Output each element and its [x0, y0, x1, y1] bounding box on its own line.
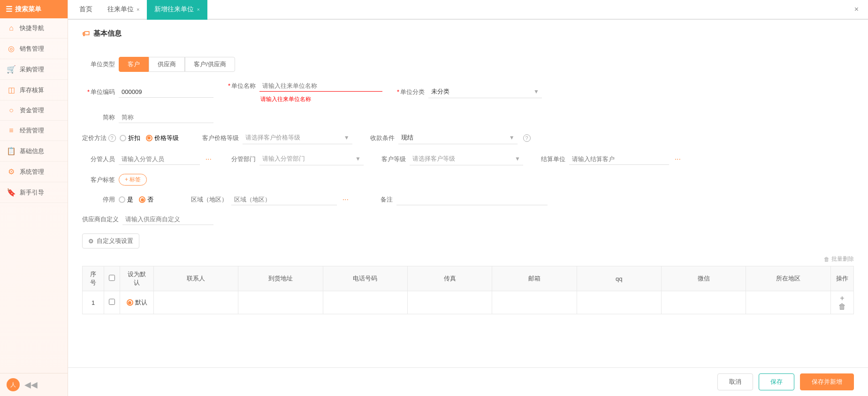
region-field: 区域（地区） ··· [191, 194, 350, 205]
avatar[interactable]: 人 [7, 378, 20, 391]
cell-email[interactable] [492, 291, 577, 314]
contact-input[interactable] [159, 299, 233, 306]
payment-terms-select[interactable]: 现结 ▼ [398, 132, 518, 144]
cell-action: + 🗑 [830, 291, 853, 314]
sidebar-item-quick-nav[interactable]: ⌂ 快捷导航 [0, 18, 68, 39]
customer-price-level-placeholder: 请选择客户价格等级 [245, 133, 342, 142]
supplier-custom-input[interactable] [122, 214, 213, 225]
col-action: 操作 [830, 266, 853, 291]
sidebar-search-label: 搜索菜单 [15, 5, 41, 14]
tab-bar-close-all[interactable]: × [849, 5, 864, 14]
remark-input[interactable] [396, 194, 548, 205]
pricing-radio-group: 折扣 价格等级 [120, 134, 179, 142]
unit-category-select[interactable]: 未分类 ▼ [428, 85, 542, 98]
cell-wechat[interactable] [662, 291, 746, 314]
fax-input[interactable] [412, 299, 487, 306]
sidebar-item-finance[interactable]: ○ 资金管理 [0, 101, 68, 121]
cell-fax[interactable] [408, 291, 492, 314]
sidebar-item-purchase[interactable]: 🛒 采购管理 [0, 59, 68, 80]
sidebar-item-inventory[interactable]: ◫ 库存核算 [0, 80, 68, 101]
cell-qq[interactable] [577, 291, 661, 314]
cancel-button[interactable]: 取消 [717, 373, 753, 390]
pricing-radio-level[interactable]: 价格等级 [146, 134, 179, 142]
cell-address[interactable] [238, 291, 323, 314]
row-add-button[interactable]: + [840, 294, 844, 303]
payment-terms-help-icon[interactable]: ? [523, 134, 531, 142]
tab-party-list-close[interactable]: × [137, 7, 139, 12]
unit-name-input[interactable] [259, 80, 382, 92]
settlement-unit-more-btn[interactable]: ··· [673, 155, 683, 163]
sidebar-search[interactable]: ☰ 搜索菜单 [0, 0, 68, 18]
wechat-input[interactable] [666, 299, 741, 306]
type-btn-supplier[interactable]: 供应商 [149, 57, 185, 72]
customer-price-level-select[interactable]: 请选择客户价格等级 ▼ [243, 132, 352, 144]
manager-label: 分管人员 [82, 155, 115, 163]
department-placeholder: 请输入分管部门 [262, 155, 353, 163]
unit-code-field: *单位编码 [82, 86, 213, 98]
cell-region[interactable] [746, 291, 830, 314]
email-input[interactable] [497, 299, 571, 306]
tab-party-list[interactable]: 往来单位 × [100, 0, 147, 20]
form-content: 🏷 基本信息 单位类型 客户 供应商 客户/供应商 *单位编码 [68, 20, 868, 367]
pricing-help-icon[interactable]: ? [108, 134, 116, 142]
sidebar-item-sales[interactable]: ◎ 销售管理 [0, 39, 68, 59]
custom-settings-button[interactable]: ⚙ 自定义项设置 [82, 233, 139, 248]
disabled-region-row: 停用 是 否 区域（地区） ··· [82, 194, 854, 205]
sidebar-label-system: 系统管理 [20, 168, 44, 176]
radio-circle-level [146, 135, 152, 141]
sidebar-item-operations[interactable]: ≡ 经营管理 [0, 121, 68, 141]
tab-new-party[interactable]: 新增往来单位 × [147, 0, 207, 20]
customer-tag-row: 客户标签 + 标签 [82, 174, 854, 186]
sidebar-label-operations: 经营管理 [20, 126, 44, 135]
manager-more-btn[interactable]: ··· [204, 155, 213, 163]
customer-level-select[interactable]: 请选择客户等级 ▼ [410, 153, 523, 165]
cell-default: 默认 [120, 291, 154, 314]
unit-code-input[interactable] [119, 86, 213, 98]
disabled-radio-no[interactable]: 否 [139, 195, 153, 204]
department-select[interactable]: 请输入分管部门 ▼ [259, 153, 364, 165]
pricing-radio-discount[interactable]: 折扣 [120, 134, 140, 142]
row-checkbox[interactable] [109, 299, 115, 305]
save-new-button[interactable]: 保存并新增 [800, 373, 854, 390]
tab-home[interactable]: 首页 [72, 0, 100, 19]
sidebar-item-guide[interactable]: 🔖 新手引导 [0, 182, 68, 203]
col-email: 邮箱 [492, 266, 577, 291]
tag-add-button[interactable]: + 标签 [119, 174, 147, 186]
sidebar-item-basic-info[interactable]: 📋 基础信息 [0, 141, 68, 162]
qq-input[interactable] [582, 299, 656, 306]
footer-bar: 取消 保存 保存并新增 [68, 367, 868, 396]
pricing-row: 定价方法 ? 折扣 价格等级 客户价格等级 [82, 132, 854, 144]
supplier-custom-row: 供应商自定义 [82, 214, 854, 225]
cell-phone[interactable] [323, 291, 407, 314]
type-btn-customer[interactable]: 客户 [119, 57, 149, 72]
address-input[interactable] [243, 299, 318, 306]
batch-delete-button[interactable]: 🗑 批量删除 [824, 255, 854, 263]
region-more-btn[interactable]: ··· [341, 195, 350, 204]
row-delete-button[interactable]: 🗑 [838, 303, 846, 311]
phone-input[interactable] [328, 299, 403, 306]
radio-circle-discount [120, 135, 126, 141]
disabled-radio-yes[interactable]: 是 [119, 195, 133, 204]
cell-contact[interactable] [154, 291, 238, 314]
chevron-down-icon-3: ▼ [509, 134, 515, 141]
tab-new-party-close[interactable]: × [197, 7, 199, 12]
unit-code-name-row: *单位编码 *单位名称 请输入往来单位名称 *单位分类 [82, 80, 854, 103]
table-region-input[interactable] [751, 299, 825, 306]
customer-price-level-field: 客户价格等级 请选择客户价格等级 ▼ [202, 132, 352, 144]
select-all-checkbox[interactable] [109, 275, 115, 281]
region-input[interactable] [231, 194, 337, 205]
type-btn-both[interactable]: 客户/供应商 [185, 57, 235, 72]
save-button[interactable]: 保存 [759, 373, 794, 390]
sidebar-item-system[interactable]: ⚙ 系统管理 [0, 162, 68, 182]
settlement-unit-input[interactable] [569, 154, 669, 165]
manager-input[interactable] [119, 154, 200, 165]
department-field: 分管部门 请输入分管部门 ▼ [223, 153, 364, 165]
section-title: 🏷 基本信息 [82, 29, 854, 47]
customer-tag-label: 客户标签 [82, 176, 115, 184]
operations-icon: ≡ [7, 126, 16, 135]
short-name-input[interactable] [119, 112, 213, 123]
settlement-unit-field: 结算单位 ··· [533, 154, 683, 165]
unit-name-error-msg: 请输入往来单位名称 [260, 96, 311, 102]
radio-disabled-yes [119, 196, 125, 203]
default-radio[interactable] [127, 299, 133, 306]
